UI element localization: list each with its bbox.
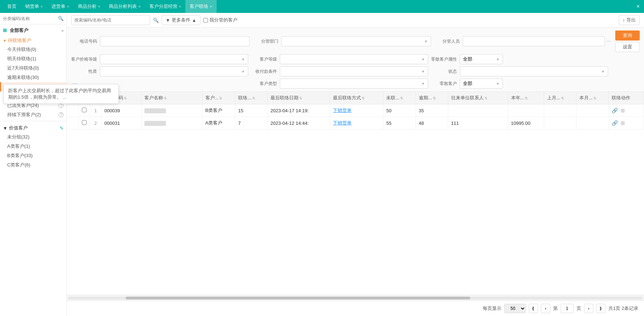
sidebar-group-pending[interactable]: ▼ 待联络客户 (0, 35, 66, 45)
scrollbar-thumb[interactable] (126, 297, 470, 300)
th-last-contact-date[interactable]: 最后联络日期⇅ (268, 92, 330, 104)
grid-icon-1[interactable]: ⊞ (621, 108, 625, 113)
sidebar-item-unclassified[interactable]: 未分组(32) (0, 132, 66, 142)
zero-retail-attr-select[interactable]: 全部 ▼ (460, 54, 503, 64)
th-overdue[interactable]: 逾期...⇅ (416, 92, 448, 104)
tooltip-more[interactable]: ... (62, 94, 66, 100)
status-chevron-icon: ▼ (601, 70, 605, 74)
grid-icon-2[interactable]: ⊞ (621, 120, 625, 126)
td-last-method-1[interactable]: 下销货单 (330, 104, 383, 117)
filter-row-3: 性质 ▼ 收付款条件 ▼ 状态 (71, 66, 640, 76)
td-check-1[interactable] (78, 104, 90, 117)
th-contact-person[interactable]: 往来单位联系人⇅ (448, 92, 508, 104)
status-select[interactable]: ▼ (460, 66, 608, 76)
close-customer-contact-tab[interactable]: × (210, 4, 212, 9)
search-icon[interactable]: 🔍 (153, 18, 159, 23)
filter-icon: ▼ (166, 18, 170, 23)
person-more-icon[interactable]: ··· (605, 38, 612, 44)
phone-input[interactable] (100, 36, 250, 46)
td-check-2[interactable] (78, 117, 90, 129)
filter-row-2: 客户价格等级 ▼ 客户等级 ▼ 零散客户属性 全部 (71, 54, 640, 64)
dept-select[interactable]: ▼ (281, 36, 431, 46)
close-customer-tier-tab[interactable]: × (179, 4, 181, 9)
prev-page-btn[interactable]: ‹ (541, 304, 550, 313)
sidebar-item-class-b[interactable]: B类客户(33) (0, 151, 66, 160)
last-page-btn[interactable]: ⟫ (596, 304, 606, 313)
zero-retail-select[interactable]: 全部 ▼ (460, 79, 503, 89)
close-analysis-list-tab[interactable]: × (138, 4, 140, 9)
close-all-tabs[interactable]: × (636, 3, 640, 10)
sidebar-item-7days[interactable]: 近7天待联络(0) (0, 63, 66, 73)
th-last-contact-method[interactable]: 最后联络方式⇅ (330, 92, 383, 104)
sidebar-search-icon[interactable]: 🔍 (58, 16, 64, 21)
row-checkbox-2[interactable] (82, 120, 87, 125)
price-level-select[interactable]: ▼ (100, 54, 248, 64)
sidebar-item-declining[interactable]: 持续下滑客户(2) ? (0, 110, 66, 119)
search-input[interactable] (71, 15, 150, 25)
sidebar-item-class-c[interactable]: C类客户(6) (0, 160, 66, 170)
arrow-down-value-icon: ▼ (3, 126, 8, 131)
filter-zero-retail-attr: 零散客户属性 全部 ▼ (431, 54, 608, 64)
nav-tab-purchase[interactable]: 进货单 × (47, 0, 73, 13)
sidebar-item-tomorrow[interactable]: 明天待联络(1) (0, 54, 66, 63)
all-customers-label: ⊞ 全部客户 (3, 27, 28, 34)
payment-select[interactable]: ▼ (280, 66, 428, 76)
link-icon-2[interactable]: 🔗 (612, 120, 618, 126)
sidebar-group-value[interactable]: ▼ 价值客户 ✎ (0, 123, 66, 132)
sidebar-item-overdue[interactable]: 逾期未联络(30) (0, 73, 66, 82)
sort-icon-this-year: ⇅ (525, 96, 528, 100)
edit-value-group-icon[interactable]: ✎ (60, 126, 64, 131)
my-customers-checkbox-label[interactable]: 我分管的客户 (203, 17, 237, 23)
export-btn[interactable]: ↑ 导出 (619, 15, 640, 25)
th-type[interactable]: 客户...⇅ (202, 92, 235, 104)
page-size-select[interactable]: 50 100 200 (504, 304, 526, 313)
td-action-1: 🔗 ⊞ (609, 104, 644, 117)
nav-tab-customer-contact[interactable]: 客户联络 × (185, 0, 216, 13)
nav-tab-customer-tier[interactable]: 客户分层经营 × (145, 0, 185, 13)
gender-chevron-icon: ▼ (241, 70, 245, 74)
filter-row-1: 电话号码 分管部门 ▼ 分管人员 ··· 查询 设置 (71, 30, 640, 52)
first-page-btn[interactable]: ⟪ (529, 304, 538, 313)
nav-tab-analysis[interactable]: 商品分析 × (74, 0, 105, 13)
sort-icon-type: ⇅ (219, 96, 222, 100)
my-customers-checkbox[interactable] (203, 18, 208, 23)
nav-tab-sales[interactable]: 销货单 × (21, 0, 47, 13)
link-icon-1[interactable]: 🔗 (612, 108, 618, 113)
info-icon-declining[interactable]: ? (59, 112, 64, 117)
sidebar-item-class-a[interactable]: A类客户(1) (0, 142, 66, 151)
person-input[interactable] (463, 36, 605, 46)
th-uncontact[interactable]: 未联...⇅ (383, 92, 416, 104)
zero-retail-attr-chevron-icon: ▼ (496, 57, 500, 61)
th-this-year[interactable]: 本年...⇅ (508, 92, 544, 104)
td-name-1 (142, 104, 202, 117)
close-purchase-tab[interactable]: × (67, 4, 69, 9)
close-sales-tab[interactable]: × (41, 4, 43, 9)
table-header-row: ⚙ # 客户编码⇅ 客户名称⇅ 客户...⇅ 联络...⇅ 最后联络日期⇅ 最后… (67, 92, 644, 104)
td-action-2: 🔗 ⊞ (609, 117, 644, 129)
row-checkbox-1[interactable] (82, 108, 87, 112)
th-this-month[interactable]: 本月...⇅ (576, 92, 609, 104)
query-btn[interactable]: 查询 (615, 30, 640, 41)
nav-tab-analysis-list[interactable]: 商品分析列表 × (105, 0, 145, 13)
th-last-month[interactable]: 上月...⇅ (544, 92, 576, 104)
sidebar-item-today[interactable]: 今天待联络(0) (0, 45, 66, 54)
scrollbar-track[interactable] (68, 297, 643, 300)
close-analysis-tab[interactable]: × (98, 4, 100, 9)
sidebar-collapse-btn[interactable]: » (61, 28, 64, 33)
settings-btn[interactable]: 设置 (615, 42, 640, 52)
td-last-date-1: 2023-04-17 14:19: (268, 104, 330, 117)
th-name[interactable]: 客户名称⇅ (142, 92, 202, 104)
th-contact-count[interactable]: 联络...⇅ (235, 92, 267, 104)
customer-type-select[interactable]: ▼ (280, 79, 428, 89)
nav-tab-home[interactable]: 首页 (3, 0, 21, 13)
customer-level-select[interactable]: ▼ (280, 54, 428, 64)
page-suffix: 页 (576, 305, 581, 312)
page-input[interactable] (561, 304, 574, 313)
more-conditions-btn[interactable]: ▼ 更多条件 ▲ (162, 15, 200, 25)
next-page-btn[interactable]: › (584, 304, 593, 313)
td-last-method-2[interactable]: 下销货单 (330, 117, 383, 129)
gender-select[interactable]: ▼ (100, 66, 248, 76)
info-icon-churned[interactable]: ? (59, 103, 64, 108)
sidebar-search-input[interactable] (3, 16, 58, 21)
horizontal-scroll-area[interactable] (67, 295, 644, 301)
